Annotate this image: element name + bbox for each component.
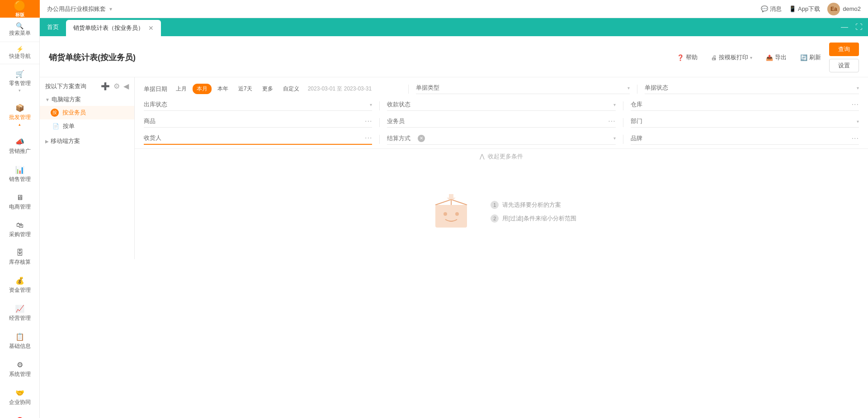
- app-logo[interactable]: 🟠 标版: [0, 0, 40, 18]
- warehouse-label: 仓库: [631, 100, 643, 109]
- sidebar-item-marketing[interactable]: 📣 营销推广: [0, 132, 39, 160]
- page-top-btns: ❓ 帮助 🖨 按模板打印 ▾ 📤 导出 🔄: [673, 52, 825, 63]
- sidebar-item-sales[interactable]: 📊 销售管理: [0, 160, 39, 188]
- mobile-group-expand-icon: ▶: [45, 139, 49, 144]
- empty-tips: 1 请先选择要分析的方案 2 用[过滤]条件来缩小分析范围: [491, 201, 576, 223]
- date-btn-this-year[interactable]: 本年: [213, 84, 232, 94]
- help-btn[interactable]: ❓ 帮助: [673, 52, 701, 63]
- scheme-collapse-icon[interactable]: ◀: [123, 82, 129, 90]
- ecommerce-icon: 🖥: [16, 194, 24, 202]
- settlement-filter: 结算方式 ✕ ▾: [387, 134, 615, 145]
- out-status-label: 出库状态: [144, 100, 169, 109]
- doc-status-select[interactable]: ▾: [674, 86, 859, 90]
- user-avatar-btn[interactable]: Ea demo2: [827, 3, 861, 15]
- product-select[interactable]: ···: [160, 117, 372, 125]
- receiver-input[interactable]: ···: [166, 134, 372, 142]
- sidebar-quick-nav[interactable]: ⚡ 快捷导航: [0, 42, 39, 64]
- divider-1: [408, 85, 409, 94]
- salesperson-select[interactable]: ···: [410, 117, 615, 125]
- warehouse-dots: ···: [852, 100, 859, 109]
- warehouse-filter: 仓库 ···: [631, 100, 859, 111]
- collapse-bar[interactable]: ⋀ 收起更多条件: [135, 148, 868, 164]
- sidebar-item-operations[interactable]: 📈 经营管理: [0, 299, 39, 327]
- settlement-select[interactable]: ✕ ▾: [416, 135, 615, 142]
- brand-select[interactable]: ···: [647, 134, 859, 142]
- divider-6: [623, 118, 623, 127]
- divider-8: [623, 135, 623, 144]
- sidebar-item-purchase[interactable]: 🛍 采购管理: [0, 216, 39, 243]
- wholesale-icon: 📦: [15, 104, 24, 112]
- header-actions: 💬 消息 📱 App下载 Ea demo2: [761, 3, 861, 15]
- payment-status-select[interactable]: ▾: [416, 102, 615, 107]
- scheme-settings-icon[interactable]: ⚙: [113, 82, 120, 90]
- settlement-clear-icon[interactable]: ✕: [418, 135, 425, 142]
- date-btn-7days[interactable]: 近7天: [234, 84, 256, 94]
- tab-close-btn[interactable]: ✕: [148, 24, 154, 32]
- refresh-btn[interactable]: 🔄 刷新: [797, 52, 825, 63]
- app-download-btn[interactable]: 📱 App下载: [789, 5, 820, 13]
- pc-group-expand-icon: ▼: [45, 97, 50, 102]
- scheme-group-pc-header[interactable]: ▼ 电脑端方案: [40, 93, 134, 106]
- tip-2-text: 用[过滤]条件来缩小分析范围: [502, 214, 576, 223]
- tab-maximize-icon[interactable]: ⛶: [854, 21, 864, 33]
- scheme-add-icon[interactable]: ➕: [101, 82, 110, 90]
- query-button[interactable]: 查询: [829, 43, 859, 56]
- tab-home[interactable]: 首页: [40, 18, 66, 36]
- department-filter: 部门 ▾: [631, 117, 859, 128]
- collapse-up-icon: ⋀: [480, 153, 485, 160]
- sidebar-search[interactable]: 🔍 搜索菜单: [0, 18, 39, 42]
- sidebar-item-guide[interactable]: 🎯 新手引导: [0, 411, 39, 418]
- doc-type-select[interactable]: ▾: [445, 86, 630, 90]
- salesperson-scheme-label: 按业务员: [62, 109, 86, 117]
- sidebar-item-ecommerce[interactable]: 🖥 电商管理: [0, 188, 39, 216]
- payment-status-arrow: ▾: [613, 102, 616, 107]
- sidebar-item-inventory[interactable]: 🗄 库存核算: [0, 243, 39, 271]
- empty-state-icon: [426, 191, 476, 232]
- scheme-item-by-order[interactable]: 📄 按单: [40, 119, 134, 133]
- top-header: 办公用品行业模拟账套 ▾ 💬 消息 📱 App下载 Ea demo2: [40, 0, 868, 18]
- doc-status-arrow: ▾: [857, 86, 859, 90]
- date-btn-last-month[interactable]: 上月: [172, 84, 191, 94]
- filter-row-1: 单据日期 上月 本月 本年 近7天 更多 自定义 2023-03-01 至 20…: [144, 84, 859, 94]
- settings-button[interactable]: 设置: [829, 59, 859, 72]
- svg-point-2: [443, 212, 447, 216]
- message-btn[interactable]: 💬 消息: [761, 5, 782, 13]
- department-select[interactable]: ▾: [647, 119, 859, 124]
- brand-dots: ···: [852, 134, 859, 142]
- sidebar-item-system[interactable]: ⚙ 系统管理: [0, 355, 39, 383]
- sidebar-item-retail[interactable]: 🛒 零售管理 ▾: [0, 64, 39, 98]
- doc-status-label: 单据状态: [645, 84, 670, 92]
- svg-point-3: [455, 212, 459, 216]
- warehouse-select[interactable]: ···: [647, 100, 859, 109]
- dropdown-arrow[interactable]: ▾: [109, 6, 112, 12]
- print-btn[interactable]: 🖨 按模板打印 ▾: [708, 52, 756, 63]
- mobile-group-label: 移动端方案: [51, 137, 80, 145]
- tab-bar: 首页 销货单统计表（按业务员） ✕ — ⛶: [40, 18, 868, 36]
- scheme-panel-icons: ➕ ⚙ ◀: [101, 82, 129, 90]
- scheme-item-salesperson[interactable]: 按 按业务员: [40, 106, 134, 119]
- date-buttons: 上月 本月 本年 近7天 更多 自定义 2023-03-01 至 2023-03…: [172, 84, 401, 94]
- date-btn-more[interactable]: 更多: [258, 84, 277, 94]
- out-status-select[interactable]: ▾: [173, 102, 372, 107]
- sidebar-item-enterprise[interactable]: 🤝 企业协同: [0, 383, 39, 411]
- brand-filter: 品牌 ···: [631, 134, 859, 145]
- print-dropdown-icon: ▾: [750, 55, 752, 60]
- tip-2-num: 2: [491, 214, 499, 223]
- basic-info-icon: 📋: [15, 332, 24, 341]
- receiver-filter: 收货人 ···: [144, 134, 372, 145]
- date-btn-this-month[interactable]: 本月: [193, 84, 212, 94]
- out-status-filter: 出库状态 ▾: [144, 100, 372, 111]
- export-btn[interactable]: 📤 导出: [762, 52, 790, 63]
- sidebar-item-wholesale[interactable]: 📦 批发管理 ▴: [0, 98, 39, 132]
- scheme-group-mobile-header[interactable]: ▶ 移动端方案: [40, 135, 134, 147]
- tab-minimize-icon[interactable]: —: [839, 21, 850, 33]
- app-logo-text: 标版: [15, 12, 24, 18]
- doc-status-filter: 单据状态 ▾: [645, 84, 859, 94]
- avatar: Ea: [827, 3, 840, 15]
- divider-2: [637, 85, 637, 94]
- tab-sales-stat[interactable]: 销货单统计表（按业务员） ✕: [66, 20, 161, 36]
- sidebar-item-basic-info[interactable]: 📋 基础信息: [0, 327, 39, 355]
- content-area: 销货单统计表(按业务员) ❓ 帮助 🖨 按模板打印 ▾ 📤: [40, 36, 868, 418]
- date-btn-custom[interactable]: 自定义: [279, 84, 303, 94]
- sidebar-item-finance[interactable]: 💰 资金管理: [0, 271, 39, 299]
